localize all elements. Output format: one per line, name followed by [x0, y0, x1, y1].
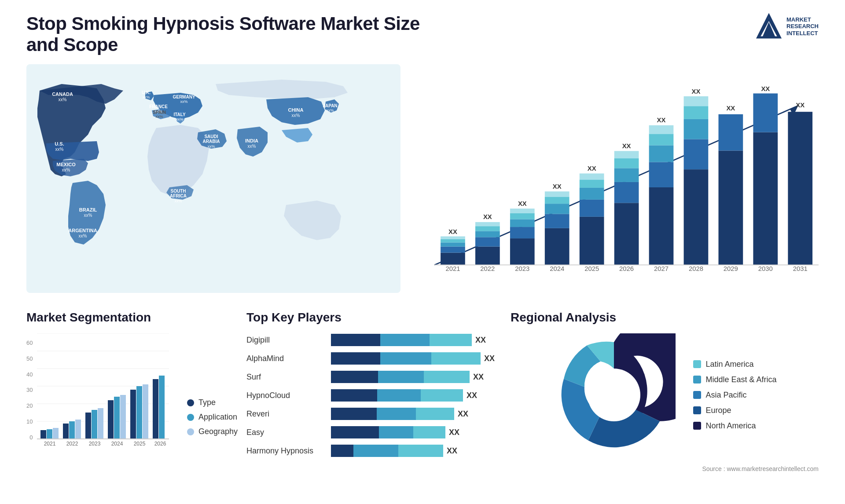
players-section: Top Key Players Digipill XX AlphaMind [246, 310, 502, 472]
legend-geography: Geography [187, 427, 238, 436]
player-xx: XX [447, 444, 457, 457]
bottom-section: Market Segmentation 60 50 40 30 20 10 0 [26, 310, 819, 472]
svg-rect-67 [580, 200, 604, 217]
svg-text:2021: 2021 [44, 441, 56, 447]
svg-text:xx%: xx% [248, 144, 256, 149]
svg-rect-123 [114, 397, 120, 439]
legend-dot-geo [187, 428, 194, 435]
svg-rect-38 [441, 253, 465, 265]
svg-text:XX: XX [588, 165, 596, 172]
svg-text:ARABIA: ARABIA [203, 139, 220, 144]
svg-rect-56 [510, 208, 535, 213]
player-xx: XX [458, 407, 468, 420]
legend-label-geo: Geography [198, 427, 238, 436]
svg-rect-113 [40, 430, 46, 439]
svg-text:INDIA: INDIA [245, 138, 258, 143]
player-row: Surf XX [246, 370, 502, 383]
page-title: Stop Smoking Hypnosis Software Market Si… [26, 13, 422, 55]
regional-title: Regional Analysis [511, 310, 819, 325]
svg-rect-83 [649, 134, 674, 145]
svg-text:CANADA: CANADA [52, 91, 73, 97]
svg-rect-119 [85, 413, 91, 439]
world-map: CANADA xx% U.S. xx% MEXICO xx% BRAZIL xx… [26, 64, 400, 293]
svg-text:U.S.: U.S. [55, 141, 64, 146]
svg-rect-102 [788, 112, 812, 265]
svg-rect-52 [510, 238, 535, 265]
svg-text:xx%: xx% [55, 147, 64, 152]
svg-rect-46 [475, 237, 500, 246]
svg-rect-122 [108, 400, 114, 439]
svg-rect-42 [441, 236, 465, 239]
svg-text:XX: XX [622, 142, 631, 150]
player-xx: XX [473, 370, 484, 383]
svg-rect-73 [614, 203, 639, 265]
svg-rect-98 [753, 132, 778, 265]
svg-rect-55 [510, 213, 535, 219]
svg-rect-95 [719, 114, 743, 151]
svg-text:2030: 2030 [758, 265, 773, 272]
logo-research: RESEARCH [786, 23, 819, 30]
svg-text:2022: 2022 [480, 265, 495, 272]
logo-market: MARKET [786, 16, 819, 23]
svg-rect-39 [441, 247, 465, 253]
svg-rect-61 [545, 204, 569, 214]
svg-rect-82 [649, 145, 674, 162]
svg-point-137 [588, 369, 640, 421]
svg-text:xx%: xx% [155, 114, 163, 119]
svg-rect-90 [684, 106, 709, 119]
svg-rect-68 [580, 188, 604, 200]
legend-dot-type [187, 399, 194, 406]
regional-legend-apac: Asia Pacific [693, 391, 776, 400]
svg-rect-49 [475, 222, 500, 226]
svg-rect-116 [63, 424, 69, 439]
y-label-20: 20 [26, 402, 33, 409]
player-name: Easy [246, 428, 326, 437]
svg-rect-63 [545, 191, 569, 197]
regional-legend-label-apac: Asia Pacific [705, 391, 746, 400]
logo-icon [756, 13, 782, 40]
svg-text:xx%: xx% [176, 117, 183, 121]
svg-rect-115 [53, 428, 59, 439]
donut-container: Latin America Middle East & Africa Asia … [511, 333, 819, 457]
logo: MARKET RESEARCH INTELLECT [756, 13, 819, 40]
regional-legend-north-america: North America [693, 421, 776, 431]
header: Stop Smoking Hypnosis Software Market Si… [26, 13, 819, 55]
player-name: HypnoCloud [246, 391, 326, 400]
svg-rect-54 [510, 219, 535, 227]
seg-legend: Type Application Geography [187, 398, 238, 449]
svg-rect-69 [580, 179, 604, 188]
y-label-0: 0 [26, 434, 33, 441]
svg-text:JAPAN: JAPAN [323, 103, 337, 108]
player-row: Digipill XX [246, 333, 502, 347]
svg-text:MEXICO: MEXICO [56, 162, 76, 167]
svg-rect-59 [545, 228, 569, 265]
regional-legend-latin-america: Latin America [693, 360, 776, 369]
y-label-30: 30 [26, 387, 33, 393]
svg-rect-70 [580, 173, 604, 179]
svg-rect-117 [69, 421, 75, 439]
svg-rect-121 [98, 408, 103, 439]
svg-text:2024: 2024 [550, 265, 564, 272]
svg-rect-118 [75, 420, 81, 439]
svg-rect-75 [614, 168, 639, 182]
svg-text:XX: XX [448, 228, 457, 235]
svg-rect-53 [510, 227, 535, 238]
source-text: Source : www.marketresearchintellect.com [511, 465, 819, 472]
svg-text:AFRICA: AFRICA [170, 194, 187, 198]
regional-legend-label-na: North America [705, 421, 756, 431]
logo-intellect: INTELLECT [786, 30, 819, 37]
regional-legend-dot-la [693, 360, 701, 368]
player-name: Surf [246, 373, 326, 382]
svg-text:FRANCE: FRANCE [149, 104, 168, 109]
svg-rect-60 [545, 214, 569, 228]
regional-legend-dot-apac [693, 391, 701, 399]
regional-legend-label-eu: Europe [705, 406, 731, 415]
svg-rect-88 [684, 139, 709, 169]
player-row: HypnoCloud XX [246, 389, 502, 402]
svg-text:xx%: xx% [180, 99, 187, 104]
svg-text:xx%: xx% [207, 144, 215, 149]
player-row: Easy XX [246, 426, 502, 439]
player-xx: XX [467, 389, 477, 402]
players-title: Top Key Players [246, 310, 502, 325]
y-label-40: 40 [26, 371, 33, 378]
